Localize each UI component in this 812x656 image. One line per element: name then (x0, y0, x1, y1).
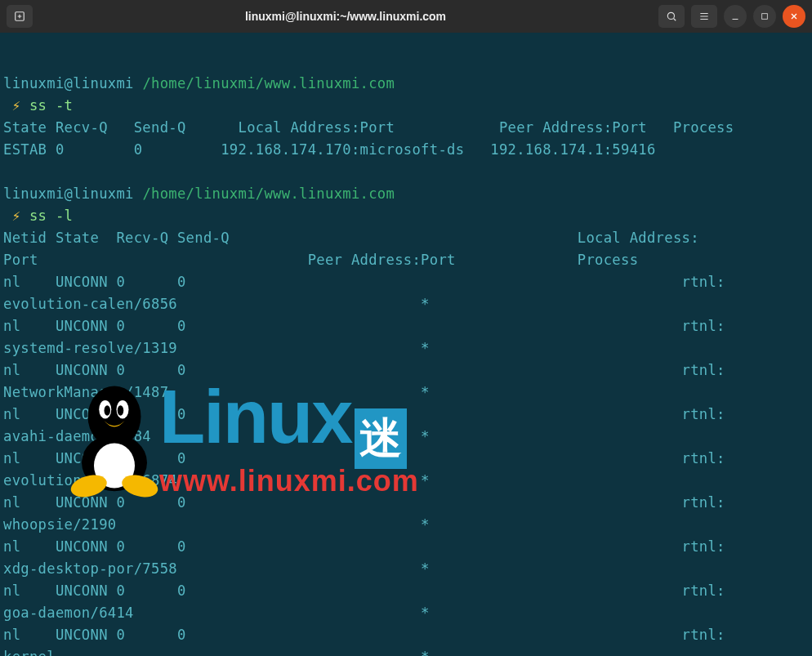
prompt-path: /home/linuxmi/www.linuxmi.com (142, 185, 395, 202)
minimize-button[interactable] (724, 5, 747, 28)
command-text: ss -l (29, 208, 73, 224)
command-text: ss -t (29, 97, 73, 114)
svg-rect-2 (762, 14, 768, 20)
lightning-icon: ⚡ (12, 208, 21, 224)
svg-point-1 (667, 12, 674, 19)
ss-t-row: ESTAB 0 0 192.168.174.170:microsoft-ds 1… (3, 141, 656, 158)
search-icon (666, 11, 677, 22)
ss-l-header-1: Netid State Recv-Q Send-Q Local Address: (3, 230, 699, 246)
terminal-output[interactable]: linuxmi@linuxmi /home/linuxmi/www.linuxm… (0, 33, 812, 656)
ss-t-header: State Recv-Q Send-Q Local Address:Port P… (3, 119, 734, 136)
lightning-icon: ⚡ (12, 97, 21, 114)
menu-button[interactable] (691, 5, 717, 28)
prompt-user: linuxmi@linuxmi (3, 185, 134, 202)
search-button[interactable] (658, 5, 685, 28)
prompt-user: linuxmi@linuxmi (3, 75, 134, 91)
ss-l-header-2: Port Peer Address:Port Process (3, 252, 638, 268)
maximize-icon (761, 12, 769, 20)
close-icon (789, 11, 799, 21)
close-button[interactable] (783, 5, 805, 28)
window-title: linuxmi@linuxmi:~/www.linuxmi.com (39, 10, 652, 23)
minimize-icon (730, 11, 740, 21)
prompt-path: /home/linuxmi/www.linuxmi.com (142, 75, 395, 91)
hamburger-icon (698, 11, 710, 22)
ss-l-rows: nl UNCONN 0 0 rtnl: evolution-calen/6856… (3, 274, 725, 656)
maximize-button[interactable] (753, 5, 776, 28)
titlebar: linuxmi@linuxmi:~/www.linuxmi.com (0, 0, 812, 33)
new-tab-button[interactable] (7, 5, 33, 28)
